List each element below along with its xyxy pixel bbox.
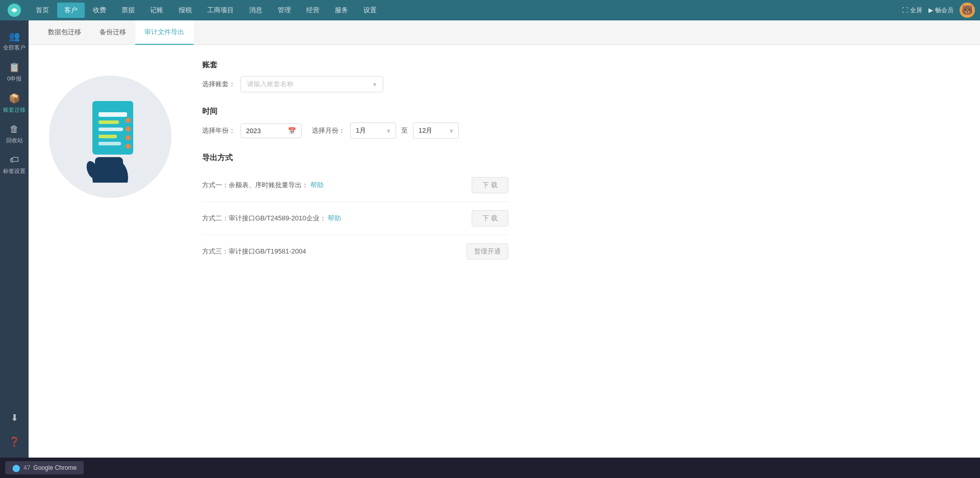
sidebar-item-label: 回收站 <box>6 137 23 144</box>
svg-point-14 <box>126 144 131 149</box>
main-layout: 👥 全部客户 📋 0申报 📦 账套迁移 🗑 回收站 🏷 标签设置 ⬇ ❓ <box>0 20 980 458</box>
nav-items: 首页 客户 收费 票据 记账 报税 工商项目 消息 管理 经营 服务 设置 <box>29 3 902 18</box>
sidebar-item-zero-declaration[interactable]: 📋 0申报 <box>0 57 29 88</box>
account-migration-icon: 📦 <box>9 93 20 104</box>
time-section-title: 时间 <box>202 107 508 116</box>
nav-item-service[interactable]: 服务 <box>328 3 355 18</box>
year-value: 2023 <box>246 127 261 135</box>
method-3-coming-soon-button[interactable]: 暂缓开通 <box>467 243 508 260</box>
recycle-icon: 🗑 <box>10 124 19 135</box>
month-end-value: 12月 <box>419 126 432 135</box>
method-2-download-button[interactable]: 下 载 <box>472 210 508 227</box>
download-icon: ⬇ <box>11 412 18 423</box>
form-area: 账套 选择账套： 请输入账套名称 ▾ 时间 选择年份： <box>202 60 508 442</box>
account-section: 账套 选择账套： 请输入账套名称 ▾ <box>202 60 508 92</box>
account-select-label: 选择账套： <box>202 80 235 89</box>
all-customers-icon: 👥 <box>9 31 20 42</box>
top-nav-right: ⛶ 全屏 ▶ 畅会员 🐻 <box>902 3 975 18</box>
sidebar-item-tag-settings[interactable]: 🏷 标签设置 <box>0 149 29 180</box>
method-2-label: 方式二：审计接口GB/T24589-2010企业： 帮助 <box>202 214 341 223</box>
nav-item-settings[interactable]: 设置 <box>356 3 384 18</box>
tab-audit-export[interactable]: 审计文件导出 <box>135 20 193 45</box>
page-content: 账套 选择账套： 请输入账套名称 ▾ 时间 选择年份： <box>29 45 980 458</box>
nav-item-business[interactable]: 工商项目 <box>200 3 241 18</box>
sidebar: 👥 全部客户 📋 0申报 📦 账套迁移 🗑 回收站 🏷 标签设置 ⬇ ❓ <box>0 20 29 458</box>
export-section-title: 导出方式 <box>202 153 508 163</box>
fullscreen-button[interactable]: ⛶ 全屏 <box>902 6 922 15</box>
tab-data-migration[interactable]: 数据包迁移 <box>39 20 90 45</box>
member-icon: ▶ <box>928 7 933 14</box>
chevron-down-icon-month: ▾ <box>387 127 390 135</box>
nav-item-customer[interactable]: 客户 <box>57 3 85 18</box>
nav-item-manage[interactable]: 管理 <box>271 3 298 18</box>
illustration-area <box>49 60 172 442</box>
avatar[interactable]: 🐻 <box>960 3 975 18</box>
tag-settings-icon: 🏷 <box>10 155 19 165</box>
chevron-down-icon-month-end: ▾ <box>450 127 453 135</box>
sidebar-item-all-customers[interactable]: 👥 全部客户 <box>0 26 29 57</box>
logo <box>5 1 23 19</box>
zero-declaration-icon: 📋 <box>9 62 20 73</box>
account-form-row: 选择账套： 请输入账套名称 ▾ <box>202 76 508 92</box>
taskbar-num: 47 <box>23 464 30 471</box>
year-label: 选择年份： <box>202 126 235 135</box>
method-1-download-button[interactable]: 下 载 <box>472 177 508 193</box>
month-label: 选择月份： <box>312 126 345 135</box>
tab-backup-migration[interactable]: 备份迁移 <box>90 20 135 45</box>
svg-rect-8 <box>99 128 123 131</box>
fullscreen-label: 全屏 <box>910 6 922 15</box>
month-start-value: 1月 <box>356 126 366 135</box>
content-area: 数据包迁移 备份迁移 审计文件导出 <box>29 20 980 458</box>
method-2-text: 方式二：审计接口GB/T24589-2010企业： <box>202 214 326 222</box>
nav-item-messages[interactable]: 消息 <box>242 3 270 18</box>
taskbar: ⬤ 47 Google Chrome <box>0 458 980 478</box>
month-end-select[interactable]: 12月 ▾ <box>413 122 459 139</box>
method-3-text: 方式三：审计接口GB/T19581-2004 <box>202 247 306 255</box>
export-section: 导出方式 方式一：余额表、序时账批量导出： 帮助 下 载 方式二：审计接口GB/… <box>202 153 508 268</box>
method-1-label: 方式一：余额表、序时账批量导出： 帮助 <box>202 181 324 190</box>
sidebar-item-label: 全部客户 <box>3 44 26 52</box>
svg-rect-10 <box>99 142 121 145</box>
nav-item-tax[interactable]: 报税 <box>172 3 199 18</box>
sidebar-item-label: 账套迁移 <box>3 106 26 114</box>
member-label: 畅会员 <box>935 6 953 15</box>
method-3-label: 方式三：审计接口GB/T19581-2004 <box>202 247 306 256</box>
top-nav: 首页 客户 收费 票据 记账 报税 工商项目 消息 管理 经营 服务 设置 ⛶ … <box>0 0 980 20</box>
year-input[interactable]: 2023 📅 <box>240 123 302 138</box>
export-method-2: 方式二：审计接口GB/T24589-2010企业： 帮助 下 载 <box>202 202 508 235</box>
nav-item-operation[interactable]: 经营 <box>299 3 327 18</box>
method-2-help-link[interactable]: 帮助 <box>328 214 341 222</box>
member-button[interactable]: ▶ 畅会员 <box>928 6 953 15</box>
sidebar-item-account-migration[interactable]: 📦 账套迁移 <box>0 88 29 119</box>
export-method-3: 方式三：审计接口GB/T19581-2004 暂缓开通 <box>202 235 508 268</box>
nav-item-bookkeeping[interactable]: 记账 <box>143 3 170 18</box>
chevron-down-icon: ▾ <box>373 81 377 88</box>
month-start-select[interactable]: 1月 ▾ <box>350 122 396 139</box>
fullscreen-icon: ⛶ <box>902 7 908 14</box>
svg-rect-4 <box>95 157 123 178</box>
method-1-help-link[interactable]: 帮助 <box>310 181 324 189</box>
account-section-title: 账套 <box>202 60 508 70</box>
tabs: 数据包迁移 备份迁移 审计文件导出 <box>29 20 980 45</box>
calendar-icon: 📅 <box>288 127 296 135</box>
illustration-svg <box>69 91 151 183</box>
sidebar-item-help[interactable]: ❓ <box>9 431 20 452</box>
nav-item-invoice[interactable]: 票据 <box>114 3 142 18</box>
help-icon: ❓ <box>9 436 20 447</box>
taskbar-chrome-item[interactable]: ⬤ 47 Google Chrome <box>5 461 84 474</box>
svg-rect-9 <box>99 135 117 138</box>
sidebar-item-label: 0申报 <box>7 75 21 83</box>
illustration-circle <box>49 76 172 198</box>
svg-rect-6 <box>99 112 127 117</box>
account-select[interactable]: 请输入账套名称 ▾ <box>240 76 383 92</box>
sidebar-item-download[interactable]: ⬇ <box>9 407 20 429</box>
chrome-icon: ⬤ <box>12 464 20 472</box>
nav-item-fees[interactable]: 收费 <box>86 3 113 18</box>
method-1-text: 方式一：余额表、序时账批量导出： <box>202 181 308 189</box>
nav-item-home[interactable]: 首页 <box>29 3 56 18</box>
sidebar-item-label: 标签设置 <box>3 167 26 175</box>
time-form-row: 选择年份： 2023 📅 选择月份： 1月 ▾ 至 12月 <box>202 122 508 139</box>
sidebar-bottom: ⬇ ❓ <box>9 407 20 458</box>
svg-point-13 <box>126 135 131 140</box>
sidebar-item-recycle[interactable]: 🗑 回收站 <box>0 119 29 149</box>
